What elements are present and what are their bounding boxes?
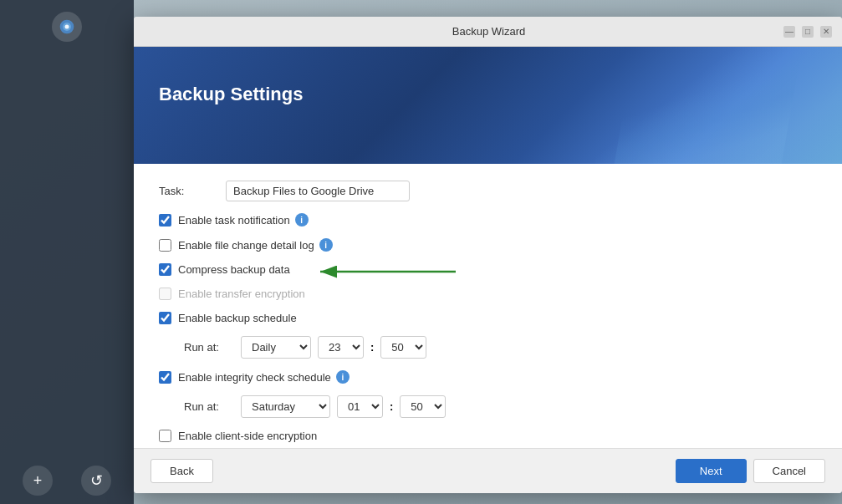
hour-select-1[interactable]: 00010203 04050607 08091011 12131415 1617… — [318, 336, 364, 359]
compress-checkbox[interactable] — [159, 263, 171, 276]
backup-schedule-label[interactable]: Enable backup schedule — [178, 312, 297, 324]
app-icon[interactable] — [52, 12, 82, 42]
task-notification-label[interactable]: Enable task notification i — [178, 213, 309, 227]
page-title: Backup Settings — [159, 84, 817, 105]
backup-schedule-checkbox[interactable] — [159, 312, 171, 324]
cancel-button[interactable]: Cancel — [753, 459, 825, 483]
green-arrow-annotation — [314, 260, 464, 283]
minute-select-2[interactable]: 00051015 20253035 40455055 — [400, 395, 446, 418]
svg-point-2 — [65, 25, 69, 29]
file-change-info-icon[interactable]: i — [319, 238, 333, 252]
footer: Back Next Cancel — [134, 448, 842, 493]
integrity-schedule-label[interactable]: Enable integrity check schedule i — [178, 370, 350, 384]
backup-wizard-window: Backup Wizard — □ ✕ Backup Settings Task… — [134, 17, 842, 493]
taskbar-bottom: + ↺ — [0, 466, 134, 496]
minute-select-1[interactable]: 00051015 20253035 40455055 — [380, 336, 426, 359]
next-button[interactable]: Next — [676, 459, 747, 483]
transfer-encryption-row: Enable transfer encryption — [159, 288, 817, 300]
time-separator-1: : — [370, 341, 374, 354]
main-content: Backup Settings Task: Enable task notifi… — [134, 47, 842, 493]
task-label: Task: — [159, 185, 226, 197]
run-at-2-row: Run at: Sunday Monday Tuesday Wednesday … — [184, 395, 817, 418]
file-change-checkbox[interactable] — [159, 239, 171, 252]
desktop: + ↺ Backup Wizard — □ ✕ Backup Settings — [0, 0, 842, 504]
task-row: Task: — [159, 181, 817, 201]
close-button[interactable]: ✕ — [820, 26, 832, 38]
backup-schedule-row: Enable backup schedule — [159, 312, 817, 324]
window-title: Backup Wizard — [194, 25, 783, 38]
integrity-schedule-row: Enable integrity check schedule i — [159, 370, 817, 384]
footer-right-buttons: Next Cancel — [676, 459, 825, 483]
integrity-schedule-checkbox[interactable] — [159, 371, 171, 384]
history-button[interactable]: ↺ — [81, 466, 111, 496]
maximize-button[interactable]: □ — [802, 26, 814, 38]
window-titlebar: Backup Wizard — □ ✕ — [134, 17, 842, 47]
client-encryption-checkbox[interactable] — [159, 430, 171, 442]
window-controls: — □ ✕ — [783, 26, 832, 38]
back-button[interactable]: Back — [151, 459, 213, 483]
file-change-row: Enable file change detail log i — [159, 238, 817, 252]
minimize-button[interactable]: — — [783, 26, 795, 38]
compress-row: Compress backup data — [159, 263, 817, 276]
task-input[interactable] — [226, 181, 410, 201]
hour-select-2[interactable]: 00010203 04050607 08091011 12131415 1617… — [337, 395, 383, 418]
task-notification-info-icon[interactable]: i — [295, 213, 309, 227]
run-at-1-label: Run at: — [184, 341, 234, 354]
taskbar: + ↺ — [0, 0, 134, 504]
task-notification-checkbox[interactable] — [159, 214, 171, 227]
header-banner: Backup Settings — [134, 47, 842, 164]
window-body: Backup Settings Task: Enable task notifi… — [134, 47, 842, 493]
compress-label[interactable]: Compress backup data — [178, 263, 290, 276]
file-change-label[interactable]: Enable file change detail log i — [178, 238, 333, 252]
time-separator-2: : — [390, 400, 393, 413]
task-notification-row: Enable task notification i — [159, 213, 817, 227]
integrity-info-icon[interactable]: i — [336, 370, 350, 384]
frequency-select-1[interactable]: Daily Weekly Monthly — [241, 336, 311, 359]
client-encryption-label[interactable]: Enable client-side encryption — [178, 430, 317, 442]
transfer-encryption-checkbox[interactable] — [159, 288, 171, 300]
transfer-encryption-label: Enable transfer encryption — [178, 288, 305, 300]
run-at-2-label: Run at: — [184, 400, 234, 413]
day-select-2[interactable]: Sunday Monday Tuesday Wednesday Thursday… — [241, 395, 330, 418]
form-area: Task: Enable task notification i — [134, 164, 842, 448]
client-encryption-row: Enable client-side encryption — [159, 430, 817, 442]
add-button[interactable]: + — [23, 466, 53, 496]
run-at-1-row: Run at: Daily Weekly Monthly 00010203 04… — [184, 336, 817, 359]
